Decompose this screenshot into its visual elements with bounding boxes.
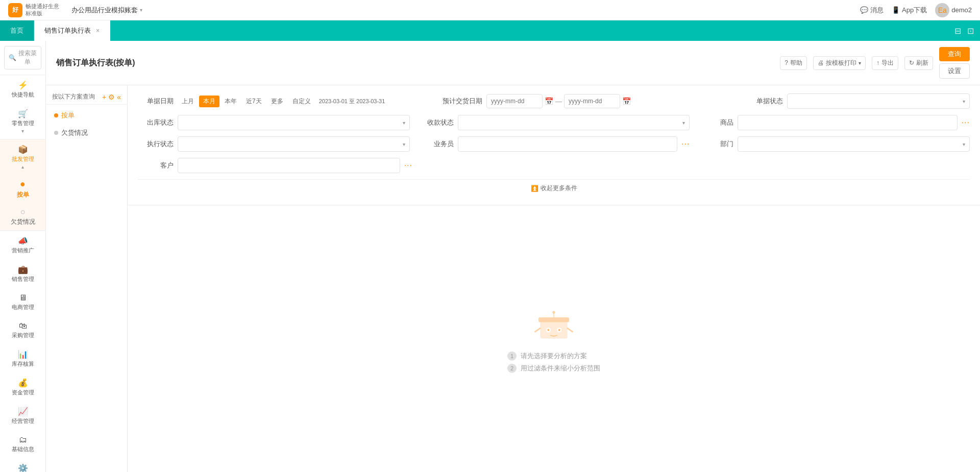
filter-ship-status: 出库状态 ▾	[138, 115, 410, 130]
calendar-start-icon[interactable]: 📅	[545, 97, 553, 105]
calendar-end-icon[interactable]: 📅	[622, 97, 631, 105]
ship-status-select[interactable]: ▾	[178, 115, 410, 130]
inner-sidebar-item-qiankuang[interactable]: 欠货情况	[46, 124, 127, 141]
search-icon: 🔍	[9, 54, 16, 61]
inner-sidebar-header: 按以下方案查询 + ⚙ «	[46, 89, 127, 105]
content-area: 销售订单执行表(按单) ? 帮助 🖨 按模板打印 ▾ ↑ 导出 ↻ 刷新	[46, 41, 980, 472]
message-button[interactable]: 💬 消息	[860, 6, 884, 15]
svg-point-5	[558, 329, 560, 331]
inner-sidebar-item-anqian[interactable]: 按单	[46, 107, 127, 124]
inner-sidebar-settings-icon[interactable]: ⚙	[108, 93, 115, 101]
filter-payment-status: 收款状态 ▾	[418, 115, 690, 130]
page-title: 销售订单执行表(按单)	[56, 58, 135, 68]
empty-step-1: 1 请先选择要分析的方案	[507, 351, 600, 361]
sidebar-item-purchase[interactable]: 🛍 采购管理	[0, 316, 45, 344]
export-button[interactable]: ↑ 导出	[872, 56, 898, 70]
dept-select[interactable]: ▾	[738, 136, 970, 152]
tab-close-icon[interactable]: ×	[96, 27, 100, 34]
avatar: Ea	[935, 3, 949, 17]
logo-icon: 好	[8, 3, 22, 17]
step-2-number: 2	[507, 364, 517, 373]
filter-row-2: 出库状态 ▾ 收款状态 ▾	[138, 115, 970, 130]
exec-status-arrow-icon: ▾	[403, 141, 405, 147]
sidebar-item-inventory[interactable]: 📊 库存核算	[0, 344, 45, 373]
sidebar-item-base[interactable]: 🗂 基础信息	[0, 430, 45, 458]
tab-minimize-icon[interactable]: ⊟	[954, 26, 961, 36]
date-tab-this-month[interactable]: 本月	[199, 96, 219, 107]
order-status-arrow-icon: ▾	[963, 99, 965, 104]
sidebar-search-button[interactable]: 🔍 搜索菜单	[4, 46, 41, 69]
expected-date-end-input[interactable]	[564, 94, 620, 108]
salesperson-input[interactable]	[458, 136, 677, 152]
query-button[interactable]: 查询	[939, 47, 970, 61]
salesperson-dots-icon[interactable]: ···	[681, 139, 690, 149]
sidebar-item-finance[interactable]: 💰 资金管理	[0, 373, 45, 402]
date-tab-7days[interactable]: 近7天	[242, 96, 266, 107]
exec-status-select[interactable]: ▾	[178, 136, 410, 152]
app-download-button[interactable]: 📱 App下载	[892, 6, 927, 15]
date-input-group: 📅 — 📅	[486, 94, 631, 108]
tab-expand-icon[interactable]: ⊡	[967, 26, 974, 36]
sidebar-item-retail[interactable]: 🛒 零售管理 ▾	[0, 104, 45, 139]
date-tab-custom[interactable]: 自定义	[288, 96, 315, 107]
qiankuang-icon: ○	[20, 207, 26, 217]
order-status-select[interactable]: ▾	[787, 93, 970, 109]
filter-row-4: 客户 ···	[138, 158, 970, 173]
product-input[interactable]	[738, 115, 957, 130]
base-icon: 🗂	[19, 435, 27, 444]
sidebar-search-section: 🔍 搜索菜单	[0, 41, 45, 75]
sidebar-item-marketing[interactable]: 📣 营销推广	[0, 231, 45, 259]
sidebar-sub-item-qiankuang[interactable]: ○ 欠货情况	[0, 203, 45, 230]
collapse-button[interactable]: ⏫ 收起更多条件	[138, 179, 970, 197]
payment-status-select[interactable]: ▾	[458, 115, 690, 130]
product-label: 商品	[698, 118, 733, 127]
tab-home[interactable]: 首页	[0, 20, 34, 41]
tab-bar-actions: ⊟ ⊡	[948, 20, 980, 41]
empty-step-2: 2 用过滤条件来缩小分析范围	[507, 364, 600, 373]
refresh-icon: ↻	[909, 59, 914, 66]
inner-sidebar-add-icon[interactable]: +	[102, 93, 106, 101]
expected-date-start-input[interactable]	[486, 94, 543, 108]
sidebar-item-wholesale[interactable]: 📦 批发管理 ▴	[0, 139, 45, 175]
date-tab-more[interactable]: 更多	[267, 96, 287, 107]
data-area: 1 请先选择要分析的方案 2 用过滤条件来缩小分析范围	[128, 205, 980, 472]
product-dots-icon[interactable]: ···	[962, 118, 970, 127]
sidebar-item-ecommerce[interactable]: 🖥 电商管理	[0, 288, 45, 316]
ship-status-arrow-icon: ▾	[403, 120, 405, 126]
user-avatar[interactable]: Ea demo2	[935, 3, 972, 17]
inner-sidebar-collapse-icon[interactable]: «	[117, 93, 121, 101]
filter-order-status: 单据状态 ▾	[747, 93, 970, 109]
sidebar-item-sales[interactable]: 💼 销售管理	[0, 259, 45, 288]
message-icon: 💬	[860, 6, 868, 14]
print-icon: 🖨	[818, 59, 824, 66]
order-status-label: 单据状态	[747, 97, 783, 106]
date-range-group: 上月 本月 本年 近7天 更多 自定义 2023-03-01 至 2023-03…	[178, 96, 434, 107]
help-icon: ?	[785, 59, 788, 66]
customer-input[interactable]	[178, 158, 400, 173]
customer-dots-icon[interactable]: ···	[404, 161, 412, 170]
refresh-button[interactable]: ↻ 刷新	[904, 56, 933, 70]
dept-label: 部门	[698, 139, 733, 149]
help-button[interactable]: ? 帮助	[780, 56, 807, 70]
breadcrumb-arrow: ▾	[140, 7, 142, 13]
exec-status-label: 执行状态	[138, 139, 174, 149]
inner-layout: 按以下方案查询 + ⚙ « 按单 欠货情况	[46, 85, 980, 472]
settings-button[interactable]: 设置	[939, 63, 970, 79]
customer-label: 客户	[138, 161, 174, 170]
anqian-icon: ●	[20, 179, 26, 190]
print-button[interactable]: 🖨 按模板打印 ▾	[813, 56, 866, 70]
empty-state-illustration	[533, 304, 574, 345]
date-tab-this-year[interactable]: 本年	[220, 96, 241, 107]
sidebar-item-system[interactable]: ⚙️ 系统管理	[0, 458, 45, 472]
sidebar-sub-item-anqian[interactable]: ● 按单	[0, 175, 45, 203]
filter-product: 商品 ···	[698, 115, 970, 130]
tab-sales-order[interactable]: 销售订单执行表 ×	[34, 20, 110, 41]
sidebar-item-operation[interactable]: 📈 经营管理	[0, 402, 45, 430]
date-tabs: 上月 本月 本年 近7天 更多 自定义	[178, 96, 315, 107]
sidebar-item-quick-nav[interactable]: ⚡ 快捷导航	[0, 75, 45, 104]
date-tab-last-month[interactable]: 上月	[178, 96, 198, 107]
logo-area: 好 畅捷通好生意 标准版	[8, 3, 59, 17]
purchase-icon: 🛍	[19, 321, 27, 331]
breadcrumb[interactable]: 办公用品行业模拟账套 ▾	[71, 6, 142, 15]
wholesale-icon: 📦	[18, 145, 28, 154]
